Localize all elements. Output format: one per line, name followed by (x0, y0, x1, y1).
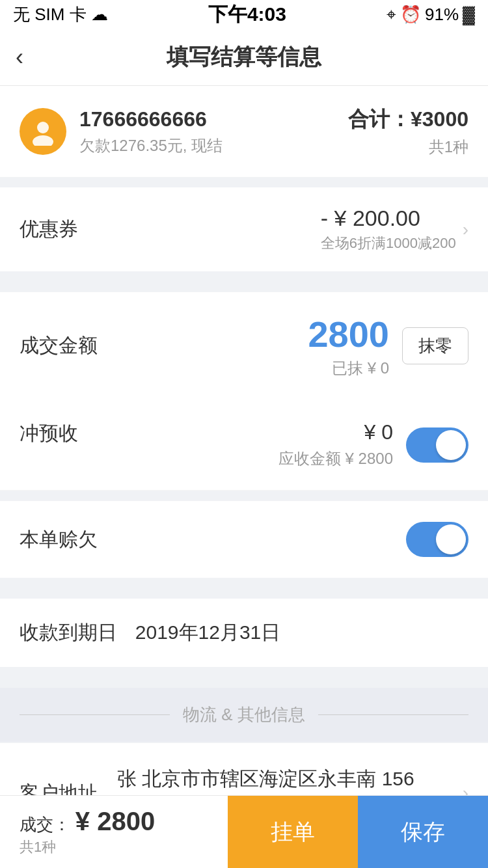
bendan-label: 本单赊欠 (20, 526, 98, 553)
logistics-label: 物流 & 其他信息 (183, 703, 305, 726)
chong-receivable: 应收金额 ¥ 2800 (278, 448, 393, 469)
logistics-line-left (20, 714, 170, 715)
duedate-value: 2019年12月31日 (135, 621, 280, 643)
chong-right: ¥ 0 应收金额 ¥ 2800 (278, 420, 468, 469)
battery-level: 91% (425, 5, 459, 25)
save-button[interactable]: 保存 (358, 796, 488, 869)
avatar (20, 108, 66, 155)
chong-amounts: ¥ 0 应收金额 ¥ 2800 (278, 420, 393, 469)
status-left: 无 SIM 卡 ☁ (13, 3, 108, 26)
customer-left: 17666666666 欠款1276.35元, 现结 (20, 107, 223, 156)
customer-card: 17666666666 欠款1276.35元, 现结 合计：¥3000 共1种 (0, 86, 488, 177)
deal-row: 成交金额 2800 已抹 ¥ 0 抹零 (0, 292, 488, 400)
customer-info: 17666666666 欠款1276.35元, 现结 (79, 107, 223, 156)
coupon-label: 优惠券 (20, 216, 78, 243)
chong-row: 冲预收 ¥ 0 应收金额 ¥ 2800 (0, 400, 488, 491)
coupon-desc: 全场6折满1000减200 (321, 234, 456, 253)
battery-icon: ▓ (463, 5, 475, 25)
location-icon: ⌖ (386, 5, 396, 25)
bottom-amount: ¥ 2800 (75, 807, 155, 835)
status-bar: 无 SIM 卡 ☁ 下午4:03 ⌖ ⏰ 91% ▓ (0, 0, 488, 29)
bottom-bar: 成交： ¥ 2800 共1种 挂单 保存 (0, 795, 488, 868)
nav-bar: ‹ 填写结算等信息 (0, 29, 488, 86)
content: 17666666666 欠款1276.35元, 现结 合计：¥3000 共1种 … (0, 86, 488, 868)
deal-right: 2800 已抹 ¥ 0 抹零 (308, 313, 468, 379)
chong-toggle[interactable] (406, 427, 468, 463)
svg-point-0 (37, 122, 49, 133)
section-divider-2 (0, 491, 488, 501)
toggle-knob (436, 430, 466, 460)
bottom-deal-label: 成交： (20, 815, 70, 834)
section-divider-4 (0, 677, 488, 688)
chevron-icon: › (463, 219, 468, 240)
status-time: 下午4:03 (208, 1, 286, 28)
section-divider (0, 282, 488, 292)
alarm-icon: ⏰ (400, 5, 421, 25)
customer-phone: 17666666666 (79, 107, 223, 131)
coupon-row[interactable]: 优惠券 - ¥ 200.00 全场6折满1000减200 › (0, 187, 488, 271)
total-amount: 合计：¥3000 (348, 105, 468, 134)
round-button[interactable]: 抹零 (402, 327, 468, 364)
coupon-right: - ¥ 200.00 全场6折满1000减200 › (321, 206, 468, 253)
bendan-toggle[interactable] (406, 522, 468, 557)
sim-status: 无 SIM 卡 ☁ (13, 3, 108, 26)
customer-right: 合计：¥3000 共1种 (348, 105, 468, 157)
duedate-label: 收款到期日 (20, 621, 117, 643)
deal-amount: 2800 (308, 313, 389, 355)
svg-point-1 (33, 135, 53, 146)
deal-label: 成交金额 (20, 332, 98, 359)
hang-button[interactable]: 挂单 (228, 796, 358, 869)
page-title: 填写结算等信息 (167, 42, 321, 72)
customer-debt: 欠款1276.35元, 现结 (79, 135, 223, 156)
total-count: 共1种 (348, 137, 468, 157)
chong-amount: ¥ 0 (278, 420, 393, 444)
status-right: ⌖ ⏰ 91% ▓ (386, 5, 475, 25)
bottom-deal-row: 成交： ¥ 2800 (20, 807, 208, 836)
bendan-row: 本单赊欠 (0, 501, 488, 578)
back-button[interactable]: ‹ (16, 44, 23, 71)
logistics-section: 物流 & 其他信息 (0, 688, 488, 742)
logistics-line-right (318, 714, 468, 715)
bottom-count: 共1种 (20, 837, 208, 857)
duedate-card: 收款到期日 2019年12月31日 (0, 599, 488, 667)
deal-sub: 已抹 ¥ 0 (308, 358, 389, 379)
section-divider-3 (0, 578, 488, 588)
chong-label: 冲预收 (20, 420, 78, 447)
bottom-info: 成交： ¥ 2800 共1种 (0, 807, 228, 857)
deal-card: 成交金额 2800 已抹 ¥ 0 抹零 (0, 292, 488, 400)
coupon-discount: - ¥ 200.00 (321, 206, 456, 231)
bendan-toggle-knob (436, 524, 466, 554)
